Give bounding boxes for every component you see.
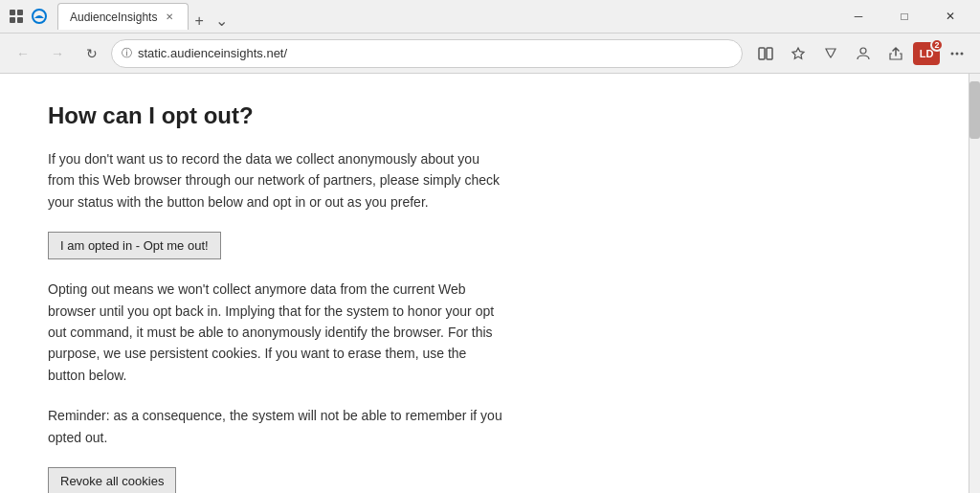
paragraph-1: If you don't want us to record the data … (48, 148, 507, 213)
new-tab-button[interactable]: + (189, 12, 209, 30)
menu-button[interactable] (942, 38, 972, 69)
minimize-button[interactable]: ─ (836, 0, 880, 34)
edge-icon (31, 8, 48, 25)
titlebar-controls: ─ □ ✕ (836, 0, 972, 34)
svg-rect-5 (759, 48, 765, 59)
share-button[interactable] (880, 38, 911, 69)
collections-button[interactable] (815, 38, 846, 69)
extension-badge: 2 (930, 38, 944, 52)
maximize-button[interactable]: □ (882, 0, 926, 34)
refresh-button[interactable]: ↻ (77, 38, 107, 69)
browser-content: How can I opt out? If you don't want us … (0, 74, 980, 493)
tab-label: AudienceInsights (70, 11, 157, 24)
paragraph-2: Opting out means we won't collect anymor… (48, 279, 507, 386)
svg-point-10 (961, 52, 964, 55)
scrollbar[interactable] (969, 74, 980, 493)
reading-view-button[interactable] (750, 38, 781, 69)
tab-close-button[interactable]: ✕ (163, 11, 176, 23)
forward-button[interactable]: → (42, 38, 73, 69)
navbar: ← → ↻ ⓘ (0, 34, 980, 74)
page-title: How can I opt out? (48, 102, 921, 129)
revoke-cookies-button[interactable]: Revoke all cookies (48, 467, 176, 493)
navbar-actions: LD 2 (750, 38, 972, 69)
svg-point-8 (951, 52, 954, 55)
back-button[interactable]: ← (8, 38, 38, 69)
svg-rect-2 (10, 17, 15, 23)
svg-rect-3 (17, 17, 23, 23)
active-tab[interactable]: AudienceInsights ✕ (57, 3, 189, 30)
svg-point-9 (956, 52, 959, 55)
paragraph-3: Reminder: as a consequence, the system w… (48, 405, 507, 448)
svg-rect-6 (767, 48, 772, 59)
browser-icon (8, 8, 25, 25)
svg-point-7 (860, 48, 866, 54)
tab-dropdown-button[interactable]: ⌄ (210, 11, 234, 30)
scrollbar-thumb[interactable] (969, 81, 980, 139)
tab-bar: AudienceInsights ✕ + ⌄ (57, 3, 234, 30)
opt-out-button[interactable]: I am opted in - Opt me out! (48, 232, 221, 259)
url-input[interactable] (138, 46, 732, 60)
favorites-button[interactable] (783, 38, 813, 69)
extension-button[interactable]: LD 2 (913, 42, 940, 65)
profile-button[interactable] (848, 38, 879, 69)
titlebar: AudienceInsights ✕ + ⌄ ─ □ ✕ (0, 0, 980, 34)
page-body: How can I opt out? If you don't want us … (0, 74, 969, 493)
security-icon: ⓘ (122, 46, 132, 60)
address-bar[interactable]: ⓘ (111, 39, 743, 68)
svg-rect-0 (10, 10, 15, 15)
close-button[interactable]: ✕ (928, 0, 972, 34)
svg-rect-1 (17, 10, 23, 15)
titlebar-left: AudienceInsights ✕ + ⌄ (8, 3, 234, 30)
